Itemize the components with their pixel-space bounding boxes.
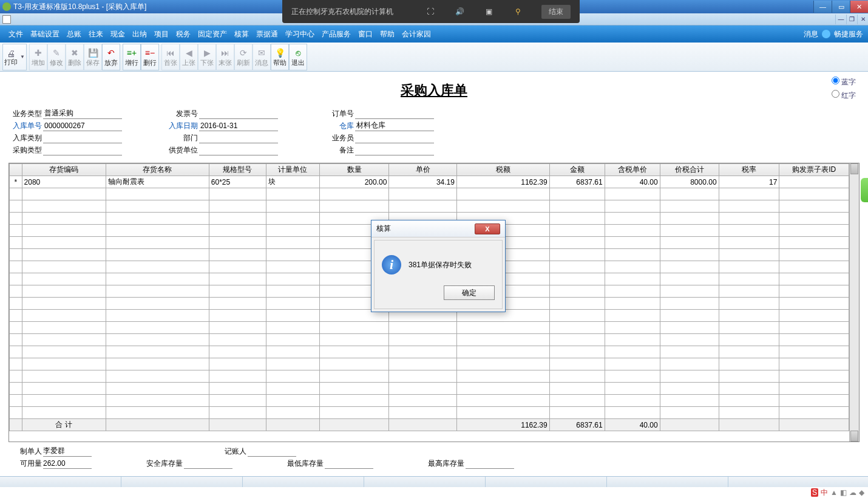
info-icon: i [382, 255, 401, 275]
dialog-close-button[interactable]: X [475, 223, 500, 234]
dialog-overlay: 核算 X i 381单据保存时失败 确定 [0, 0, 868, 498]
dialog-message: 381单据保存时失败 [409, 260, 472, 270]
dialog-title: 核算 [376, 223, 391, 234]
dialog-ok-button[interactable]: 确定 [444, 285, 495, 300]
error-dialog: 核算 X i 381单据保存时失败 确定 [371, 220, 506, 312]
